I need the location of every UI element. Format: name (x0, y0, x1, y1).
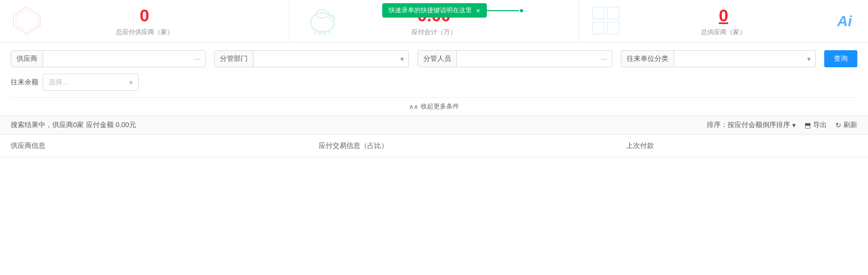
stat-suppliers-content: 0 总供应商（家） (701, 5, 746, 37)
export-label: 导出 (813, 120, 827, 130)
department-filter[interactable]: 分管部门 ▾ (214, 50, 409, 67)
department-input[interactable] (254, 55, 396, 63)
table-body (0, 158, 868, 275)
search-button[interactable]: 查询 (824, 50, 857, 67)
balance-label: 往来余额 (11, 77, 38, 87)
export-icon: ⬒ (804, 121, 811, 129)
manager-filter[interactable]: 分管人员 ··· (417, 50, 612, 67)
total-suppliers-number: 0 (719, 5, 728, 26)
stat-payable-total: 快速录单的快捷键说明在这里 × 0.00 应付合计（万） (289, 0, 579, 42)
sort-select[interactable]: 排序：按应付会额倒序排序 ▾ (707, 120, 796, 130)
supplier-label: 供应商 (11, 51, 43, 67)
supplier-filter[interactable]: 供应商 ··· (11, 50, 206, 67)
balance-arrow-icon: ▾ (129, 78, 133, 87)
refresh-button[interactable]: ↻ 刷新 (835, 120, 857, 130)
grid-icon (590, 4, 622, 38)
tooltip-close-btn[interactable]: × (476, 7, 480, 14)
payable-suppliers-label: 总应付供应商（家） (116, 28, 173, 37)
filter-row-1: 供应商 ··· 分管部门 ▾ 分管人员 ··· 往来单位分类 ▾ 查询 (11, 50, 857, 67)
filter-area: 供应商 ··· 分管部门 ▾ 分管人员 ··· 往来单位分类 ▾ 查询 往来余额… (0, 43, 868, 116)
department-label: 分管部门 (215, 51, 254, 67)
filter-row-2: 往来余额 选择... ▾ (11, 74, 857, 91)
svg-rect-10 (607, 7, 619, 19)
svg-rect-12 (607, 22, 619, 34)
svg-marker-1 (16, 10, 37, 31)
refresh-icon: ↻ (835, 121, 841, 129)
unit-category-label: 往来单位分类 (621, 51, 674, 67)
collapse-button[interactable]: ∧∧ 收起更多条件 (403, 101, 465, 112)
table-header: 供应商信息 应付交易信息（占比） 上次付款 (0, 135, 868, 158)
collapse-row: ∧∧ 收起更多条件 (11, 97, 857, 115)
payable-suppliers-number: 0 (140, 5, 149, 26)
sort-label: 排序：按应付会额倒序排序 (707, 120, 790, 130)
tooltip-dot (519, 8, 524, 13)
stat-payable-suppliers: 0 总应付供应商（家） (0, 0, 289, 42)
stats-bar: 0 总应付供应商（家） 快速录单的快捷键说明在这里 × 0.00 应 (0, 0, 868, 43)
svg-line-6 (320, 31, 320, 35)
tooltip-bubble: 快速录单的快捷键说明在这里 × (382, 3, 487, 18)
col-supplier-info: 供应商信息 (11, 141, 319, 151)
sort-arrow-icon: ▾ (792, 121, 796, 129)
supplier-input[interactable] (43, 55, 190, 63)
unit-category-arrow-icon[interactable]: ▾ (803, 55, 815, 63)
svg-marker-0 (13, 7, 40, 34)
ai-badge: Ai (837, 13, 852, 30)
export-button[interactable]: ⬒ 导出 (804, 120, 827, 130)
piggy-icon (305, 3, 340, 40)
svg-rect-11 (593, 22, 604, 34)
unit-category-input[interactable] (674, 55, 803, 63)
result-bar: 搜索结果中，供应商0家 应付金额 0.00元 排序：按应付会额倒序排序 ▾ ⬒ … (0, 116, 868, 135)
total-suppliers-label: 总供应商（家） (701, 28, 746, 37)
collapse-label: 收起更多条件 (421, 102, 459, 111)
svg-rect-9 (593, 7, 604, 19)
manager-label: 分管人员 (418, 51, 457, 67)
department-arrow-icon[interactable]: ▾ (396, 55, 408, 63)
balance-select[interactable]: 选择... ▾ (43, 74, 139, 91)
manager-input[interactable] (457, 55, 597, 63)
col-last-payment: 上次付款 (626, 141, 857, 151)
diamond-icon (11, 4, 43, 38)
manager-dots-icon[interactable]: ··· (597, 54, 612, 63)
unit-category-filter[interactable]: 往来单位分类 ▾ (621, 50, 816, 67)
svg-line-7 (325, 31, 325, 35)
stat-payable-content: 0 总应付供应商（家） (116, 5, 173, 37)
supplier-dots-icon[interactable]: ··· (190, 54, 205, 63)
stat-total-suppliers: 0 总供应商（家） Ai (579, 0, 868, 42)
result-actions: 排序：按应付会额倒序排序 ▾ ⬒ 导出 ↻ 刷新 (707, 120, 857, 130)
result-summary: 搜索结果中，供应商0家 应付金额 0.00元 (11, 120, 136, 130)
col-transaction-info: 应付交易信息（占比） (319, 141, 627, 151)
collapse-up-icon: ∧∧ (409, 103, 419, 111)
payable-total-label: 应付合计（万） (412, 28, 456, 37)
refresh-label: 刷新 (843, 120, 857, 130)
tooltip-text: 快速录单的快捷键说明在这里 (389, 6, 472, 15)
balance-placeholder: 选择... (49, 77, 68, 87)
